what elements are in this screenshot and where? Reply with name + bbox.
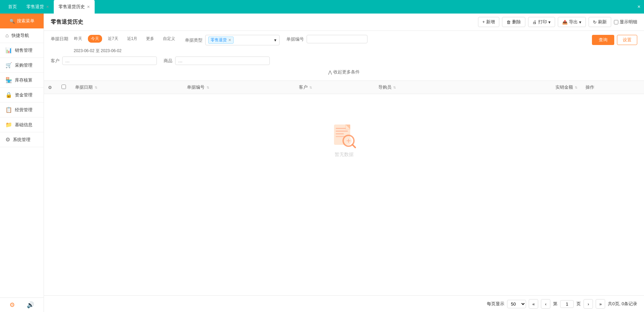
sidebar-item-sales[interactable]: 📊 销售管理 [0, 43, 44, 58]
doc-no-label: 单据编号 [286, 36, 304, 42]
setting-button[interactable]: 设置 [617, 35, 637, 45]
th-guide-label: 导购员 [378, 85, 391, 90]
prev-page-button[interactable]: ‹ [541, 299, 550, 309]
sidebar-item-purchase-label: 采购管理 [15, 62, 32, 68]
purchase-icon: 🛒 [5, 62, 12, 68]
sidebar-search[interactable]: 🔍 搜索菜单 [0, 14, 44, 28]
th-no: 单据编号 ⇅ [183, 81, 295, 94]
export-chevron-icon: ▾ [579, 20, 581, 25]
settings-bottom-icon[interactable]: ⚙ [9, 301, 15, 309]
th-ops: 操作 [581, 81, 644, 94]
total-text: 共0页, 0条记录 [608, 301, 637, 307]
next-page-button[interactable]: › [583, 299, 593, 309]
date-today[interactable]: 今天 [88, 35, 102, 43]
date-range-display: 2023-06-02 至 2023-06-02 [74, 48, 121, 53]
page-number-input[interactable] [560, 300, 574, 308]
first-page-button[interactable]: « [529, 299, 538, 309]
sort-amount-icon[interactable]: ⇅ [575, 86, 577, 89]
refresh-button[interactable]: ↻ 刷新 [589, 17, 611, 27]
tab-retail-return[interactable]: 零售退货 ✕ [22, 0, 54, 14]
select-all-checkbox[interactable] [62, 85, 66, 89]
delete-button[interactable]: 🗑 删除 [502, 17, 525, 27]
doc-type-tag: 零售退货 ✕ [208, 37, 234, 44]
sidebar-item-finance-label: 资金管理 [15, 92, 32, 98]
volume-icon[interactable]: 🔊 [27, 301, 34, 309]
sidebar-item-finance[interactable]: 🔒 资金管理 [0, 88, 44, 103]
sidebar-item-inventory[interactable]: 🏪 库存核算 [0, 73, 44, 88]
delete-icon: 🗑 [506, 20, 511, 25]
basic-info-icon: 📁 [5, 121, 12, 128]
doc-no-input[interactable] [307, 35, 367, 43]
page-title: 零售退货历史 [51, 19, 478, 26]
last-page-button[interactable]: » [596, 299, 605, 309]
query-button[interactable]: 查询 [592, 35, 614, 45]
refresh-icon: ↻ [593, 20, 597, 25]
top-bar-close[interactable]: ✕ [637, 4, 641, 9]
sidebar-bottom: ⚙ 🔊 [0, 297, 44, 312]
finance-icon: 🔒 [5, 92, 12, 98]
show-detail-checkbox[interactable] [614, 20, 618, 24]
search-icon: 🔍 [9, 19, 15, 24]
doc-type-tag-value: 零售退货 [211, 37, 227, 43]
filter-doc-no: 单据编号 [286, 35, 367, 43]
date-yesterday[interactable]: 昨天 [71, 35, 85, 43]
page-size-select[interactable]: 50 10 20 100 [507, 300, 526, 308]
page-label: 页 [576, 301, 581, 307]
sort-guide-icon[interactable]: ⇅ [393, 86, 396, 89]
th-no-label: 单据编号 [187, 85, 205, 90]
date-more[interactable]: 更多 [143, 35, 157, 43]
page-size-label: 每页显示 [487, 301, 504, 307]
doc-type-tag-close[interactable]: ✕ [228, 38, 231, 42]
doc-type-select[interactable]: 零售退货 ✕ ▾ [205, 35, 280, 45]
sidebar-item-operations[interactable]: 📋 经营管理 [0, 103, 44, 117]
sidebar-item-purchase[interactable]: 🛒 采购管理 [0, 58, 44, 73]
sort-date-icon[interactable]: ⇅ [95, 86, 97, 89]
goods-input[interactable] [175, 57, 270, 65]
th-customer: 客户 ⇅ [295, 81, 374, 94]
data-table: ⚙ 单据日期 ⇅ 单据编号 ⇅ [44, 81, 644, 185]
date-custom[interactable]: 自定义 [160, 35, 178, 43]
sidebar-search-label: 搜索菜单 [17, 18, 34, 24]
sidebar-item-inventory-label: 库存核算 [15, 77, 32, 83]
empty-text: 暂无数据 [335, 152, 354, 158]
svg-rect-2 [336, 131, 348, 132]
sidebar-item-system[interactable]: ⚙ 系统管理 [0, 132, 44, 147]
sort-no-icon[interactable]: ⇅ [207, 86, 209, 89]
th-date-label: 单据日期 [75, 85, 93, 90]
th-amount-label: 实销金额 [555, 85, 573, 90]
tab-retail-return-history-label: 零售退货历史 [58, 4, 85, 10]
tab-retail-return-close[interactable]: ✕ [46, 5, 49, 9]
empty-illustration [329, 121, 359, 152]
table-settings-icon[interactable]: ⚙ [48, 85, 52, 90]
tab-retail-return-label: 零售退货 [26, 4, 44, 10]
svg-rect-4 [336, 136, 345, 137]
sidebar-item-quick-nav[interactable]: ⌂ 快捷导航 [0, 28, 44, 43]
tab-retail-return-history[interactable]: 零售退货历史 ✕ [54, 0, 95, 14]
empty-row: 暂无数据 [44, 94, 644, 185]
filter-row-2: 客户 商品 [51, 57, 637, 65]
date-7days[interactable]: 近7天 [105, 35, 121, 43]
header-actions: + 新增 🗑 删除 🖨 打印 ▾ 📤 导出 ▾ ↻ 刷新 [478, 17, 637, 27]
customer-input[interactable] [62, 57, 157, 65]
export-button[interactable]: 📤 导出 ▾ [558, 17, 586, 27]
collapse-up-icon: ⋀ [328, 70, 332, 75]
show-detail-checkbox-label[interactable]: 显示明细 [614, 19, 637, 25]
tab-retail-return-history-close[interactable]: ✕ [87, 5, 90, 9]
new-button[interactable]: + 新增 [478, 17, 499, 27]
tab-home[interactable]: 首页 [3, 0, 22, 14]
sidebar-item-quick-nav-label: 快捷导航 [11, 32, 29, 39]
sort-customer-icon[interactable]: ⇅ [309, 86, 312, 89]
filter-area: 单据日期 昨天 今天 近7天 近1月 更多 自定义 单据类型 [44, 31, 644, 81]
system-icon: ⚙ [5, 136, 10, 143]
date-1month[interactable]: 近1月 [124, 35, 141, 43]
svg-rect-1 [336, 128, 346, 129]
main-layout: 🔍 搜索菜单 ⌂ 快捷导航 📊 销售管理 🛒 采购管理 🏪 库存核算 🔒 资金管… [0, 14, 644, 312]
sidebar: 🔍 搜索菜单 ⌂ 快捷导航 📊 销售管理 🛒 采购管理 🏪 库存核算 🔒 资金管… [0, 14, 44, 312]
go-page-label: 第 [553, 301, 557, 307]
operations-icon: 📋 [5, 107, 12, 113]
print-button[interactable]: 🖨 打印 ▾ [528, 17, 555, 27]
sidebar-item-basic-info[interactable]: 📁 基础信息 [0, 117, 44, 132]
sidebar-item-basic-info-label: 基础信息 [15, 122, 32, 128]
th-customer-label: 客户 [299, 85, 308, 90]
collapse-filters-button[interactable]: ⋀ 收起更多条件 [324, 68, 364, 76]
